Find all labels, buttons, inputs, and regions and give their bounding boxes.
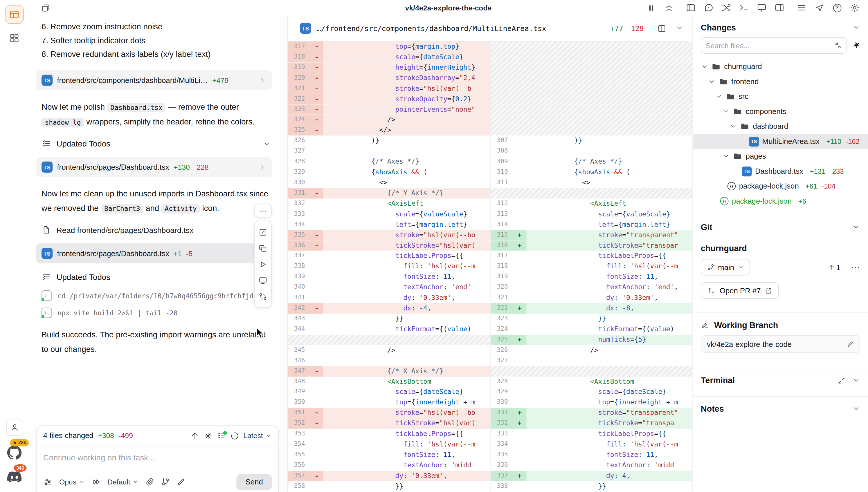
changes-section-header[interactable]: Changes xyxy=(693,16,868,37)
diff-line-old: 328 {/* Axes */} xyxy=(288,157,490,167)
fast-forward-icon[interactable] xyxy=(92,477,101,487)
diff-line-old: 332 <AxisLeft xyxy=(288,198,490,209)
diff-line-old: 350 top={innerHeight + m xyxy=(288,397,490,408)
updated-todos-toggle[interactable]: Updated Todos xyxy=(42,272,271,281)
help-button[interactable]: ? xyxy=(831,2,842,13)
tree-folder-row[interactable]: frontend xyxy=(693,74,868,89)
file-change-card[interactable]: TS frontend/src/components/dashboard/Mul… xyxy=(36,70,272,90)
toggle-left-panel-button[interactable] xyxy=(685,2,697,13)
workspaces-button[interactable] xyxy=(5,29,24,48)
tree-folder-row[interactable]: churnguard xyxy=(693,59,868,74)
window-stack-button[interactable] xyxy=(40,2,51,13)
read-file-row[interactable]: Read frontend/src/pages/Dashboard.tsx xyxy=(42,225,271,235)
pencil-icon[interactable] xyxy=(846,340,854,348)
file-search-box xyxy=(701,37,847,54)
sliders-icon[interactable] xyxy=(43,477,52,487)
diff-line-old: 319- height={innerHeight} xyxy=(288,63,490,73)
version-selector[interactable]: Latest xyxy=(243,432,272,440)
paragraph-text: — remove the outer xyxy=(166,102,239,112)
account-button[interactable] xyxy=(6,419,23,436)
collapse-panels-button[interactable] xyxy=(663,2,674,13)
compare-button[interactable] xyxy=(255,288,271,304)
chat-input[interactable] xyxy=(43,453,272,462)
diff-row: 356 textAnchor: 'midd336 textAnchor: 'mi… xyxy=(288,460,693,470)
collapse-tree-icon[interactable] xyxy=(834,42,842,49)
open-pr-button[interactable]: Open PR #7 xyxy=(701,282,779,299)
display-button[interactable] xyxy=(756,2,767,13)
working-branch-field[interactable]: vk/4e2a-explore-the-code xyxy=(701,335,860,353)
send-button[interactable]: Send xyxy=(237,474,272,490)
terminal-section-header[interactable]: Terminal xyxy=(693,368,868,390)
todos-status-icon[interactable] xyxy=(217,431,226,440)
diff-row: 330 <>311 <> xyxy=(288,177,693,188)
menu-button[interactable] xyxy=(796,2,807,13)
notes-section-header[interactable]: Notes xyxy=(693,397,868,418)
pause-button[interactable] xyxy=(646,2,656,13)
terminal-button[interactable] xyxy=(738,2,750,13)
message-actions-toolbar: ⋯ xyxy=(254,204,272,308)
search-input[interactable] xyxy=(706,41,831,50)
branch-selector[interactable]: main xyxy=(701,259,750,275)
terminal-command-row[interactable]: npx vite build 2>&1 | tail -20 xyxy=(42,308,272,318)
sparkle-icon[interactable] xyxy=(204,431,212,440)
diff-line-old: 337 tickLabelProps={{ xyxy=(288,251,490,262)
list-check-icon xyxy=(42,139,51,148)
paperclip-icon[interactable] xyxy=(146,477,155,487)
model-selector[interactable]: Opus xyxy=(59,478,85,486)
additions-count: +110 xyxy=(826,138,841,145)
changes-summary-bar[interactable]: 4 files changed +308 -499 Latest xyxy=(37,425,278,446)
diff-line-new: 310 {showAxis && ( xyxy=(490,167,693,177)
diff-row: 339 fontSize: 11,319 fontSize: 11, xyxy=(288,272,693,282)
file-change-card[interactable]: TS frontend/src/pages/Dashboard.tsx +130… xyxy=(36,157,272,177)
diff-row: 352- tickStroke="hsl(var(332+ tickStroke… xyxy=(288,418,693,429)
run-button[interactable] xyxy=(255,256,271,272)
assistant-paragraph: Now let me clean up the unused imports i… xyxy=(42,187,272,216)
settings-button[interactable] xyxy=(849,2,860,13)
tree-file-row[interactable]: TSDashboard.tsx+131-233 xyxy=(693,164,868,178)
compare-branches-button[interactable] xyxy=(721,2,732,13)
diff-line-new xyxy=(490,73,693,83)
split-view-icon[interactable] xyxy=(657,24,666,33)
git-branch-icon[interactable] xyxy=(161,477,170,487)
open-preview-button[interactable] xyxy=(255,272,271,288)
more-actions-button[interactable]: ⋯ xyxy=(254,204,272,218)
diff-line-new: 317 tickLabelProps={{ xyxy=(490,251,693,262)
pen-icon[interactable] xyxy=(177,477,186,487)
share-button[interactable] xyxy=(814,2,825,13)
diff-row: 320- strokeDasharray="2,4 xyxy=(288,73,693,83)
chat-bubble-icon xyxy=(704,3,713,13)
file-change-card[interactable]: TS frontend/src/pages/Dashboard.tsx +1 -… xyxy=(36,243,272,264)
mode-selector[interactable]: Default xyxy=(108,478,139,486)
discord-link[interactable]: 346 xyxy=(7,469,22,484)
bird-icon[interactable] xyxy=(851,40,861,50)
github-link[interactable]: ★ 22k xyxy=(7,444,22,460)
tree-file-row[interactable]: {}package-lock.json+61-104 xyxy=(693,179,868,194)
toggle-right-panel-button[interactable] xyxy=(774,2,785,13)
edit-diff-button[interactable] xyxy=(255,224,271,240)
app-logo-button[interactable] xyxy=(5,5,24,24)
terminal-command-row[interactable]: cd /private/var/folders/10/h7w0q46556ggr… xyxy=(42,290,272,301)
tree-folder-row[interactable]: src xyxy=(693,89,868,104)
expand-icon[interactable] xyxy=(838,376,845,385)
git-more-button[interactable]: ⋯ xyxy=(851,262,861,272)
diff-row: 327308 xyxy=(288,146,693,157)
diff-line-new: 334 fill: 'hsl(var(--m xyxy=(490,439,693,450)
diff-row: 335- stroke="hsl(var(--bo315+ stroke="tr… xyxy=(288,230,693,240)
copy-button[interactable] xyxy=(255,240,271,256)
panel-resize-handle[interactable] xyxy=(281,16,288,492)
working-branch-title: Working Branch xyxy=(714,320,778,329)
chevron-down-icon[interactable] xyxy=(675,24,684,32)
chevron-down-icon xyxy=(701,63,708,70)
deletions-count: -499 xyxy=(118,432,133,440)
diff-line-new: 309 {/* Axes */} xyxy=(490,157,693,167)
arrow-up-icon[interactable] xyxy=(190,431,199,440)
tree-folder-row[interactable]: dashboard xyxy=(693,119,868,134)
chat-button[interactable] xyxy=(703,2,714,13)
tree-file-row[interactable]: TSMultiLineArea.tsx+110-162 xyxy=(693,134,868,149)
tree-file-row[interactable]: {}package-lock.json+6 xyxy=(693,194,868,208)
tree-folder-row[interactable]: pages xyxy=(693,149,868,164)
git-section-header[interactable]: Git xyxy=(693,215,868,237)
discord-count-badge: 346 xyxy=(14,464,27,472)
updated-todos-toggle[interactable]: Updated Todos xyxy=(42,139,271,148)
tree-folder-row[interactable]: components xyxy=(693,104,868,119)
